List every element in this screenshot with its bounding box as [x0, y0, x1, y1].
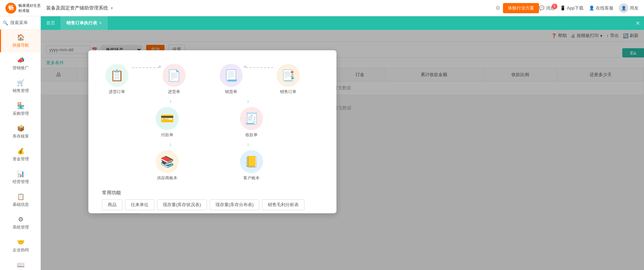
- inventory-icon: 📦: [17, 125, 24, 132]
- payment-circle: 💳: [156, 107, 179, 130]
- top-bar: 畅 畅康通好生意 标准版 装备及固定资产辅助管理系统 ▾ ⚙ 体验行业方案 💬 …: [0, 0, 644, 16]
- sidebar-item-enterprise[interactable]: 🤝 企业协同: [0, 234, 40, 257]
- cf-btn-stock-dist[interactable]: 现存量(库存分布表): [210, 199, 260, 210]
- tab-bar-close-btn[interactable]: ✕: [631, 20, 644, 26]
- arrow-down-pb: ↓: [159, 98, 182, 104]
- sales-bill-label: 销货单: [225, 89, 237, 95]
- customer-account-label: 客户账本: [243, 175, 260, 181]
- logo-text: 畅康通好生意 标准版: [18, 3, 41, 13]
- flow-node-receipt[interactable]: 🧾 收款单: [237, 104, 266, 141]
- basic-info-icon: 📋: [17, 193, 24, 200]
- finance-icon: 💰: [17, 147, 24, 155]
- payment-label: 付款单: [161, 132, 173, 138]
- flow-node-sales-bill[interactable]: 📃 销货单: [216, 60, 246, 98]
- receipt-label: 收款单: [245, 132, 258, 138]
- system-icon: ⚙: [18, 216, 23, 223]
- arrow-down-sb: ↓: [237, 98, 260, 104]
- logo-icon: 畅: [5, 3, 16, 14]
- receipt-circle: 🧾: [240, 107, 263, 130]
- tab-sales-order[interactable]: 销售订单执行表 ×: [61, 16, 107, 30]
- sidebar-item-newbie[interactable]: 📖 新手引导: [0, 257, 40, 270]
- purchase-icon: 🏪: [17, 102, 24, 109]
- purchase-order-label: 进货订单: [109, 89, 125, 95]
- flow-node-sales-order[interactable]: 📑 销售订单: [273, 60, 303, 98]
- flow-row-arrows2: ↓ ↓: [102, 141, 323, 147]
- flow-node-purchase-bill[interactable]: 📄 进货单: [159, 60, 189, 98]
- sidebar-item-marketing[interactable]: 📣 营销推广: [0, 52, 40, 75]
- operations-icon: 📊: [17, 170, 24, 178]
- home-icon: 🏠: [17, 34, 24, 41]
- content-area: 首页 销售订单执行表 × ✕ ❓ 帮助 🖨 按模板打印 ▾: [41, 16, 644, 270]
- search-icon: 🔍: [3, 20, 8, 25]
- user-area[interactable]: 👤 用友: [619, 3, 639, 13]
- marketing-icon: 📣: [17, 56, 24, 64]
- sales-bill-circle: 📃: [220, 64, 243, 87]
- flow-row-1: 📋 进货订单 📄: [102, 60, 323, 98]
- flow-row-arrows: ↓ ↓: [102, 98, 323, 104]
- flow-row-3: 📚 供应商账本 📒 客户账本: [102, 147, 323, 184]
- modal-overlay: 📋 进货订单 📄: [41, 30, 644, 270]
- logo-area: 畅 畅康通好生意 标准版: [5, 3, 46, 14]
- app-download-btn[interactable]: 📱 App下载: [560, 5, 584, 11]
- sales-icon: 🛒: [17, 79, 24, 87]
- tab-home[interactable]: 首页: [41, 16, 61, 30]
- tab-bar: 首页 销售订单执行表 × ✕: [41, 16, 644, 30]
- enterprise-icon: 🤝: [17, 238, 24, 246]
- online-service-btn[interactable]: 👤 在线客服: [589, 5, 613, 11]
- chevron-down-icon[interactable]: ▾: [111, 6, 113, 11]
- top-right: 💬 消息 6 📱 App下载 👤 在线客服 👤 用友: [539, 3, 639, 13]
- tab-close-icon[interactable]: ×: [99, 21, 102, 25]
- cf-btn-partner[interactable]: 往来单位: [125, 199, 154, 210]
- sidebar-item-system[interactable]: ⚙ 系统管理: [0, 212, 40, 234]
- purchase-order-circle: 📋: [105, 64, 128, 87]
- sales-order-circle: 📑: [277, 64, 300, 87]
- arrow-so-to-sb: [246, 60, 273, 68]
- settings-icon[interactable]: ⚙: [495, 5, 500, 11]
- flow-node-payment[interactable]: 💳 付款单: [152, 104, 182, 141]
- sidebar-item-purchase[interactable]: 🏪 采购管理: [0, 98, 40, 121]
- arrow-down-pay: ↓: [159, 141, 182, 147]
- purchase-bill-label: 进货单: [168, 89, 180, 95]
- avatar: 👤: [619, 3, 628, 13]
- supplier-account-circle: 📚: [156, 150, 179, 173]
- newbie-icon: 📖: [17, 261, 24, 269]
- arrow-po-to-pb: [132, 60, 159, 68]
- supplier-account-label: 供应商账本: [157, 175, 177, 181]
- cf-buttons-row1: 商品 往来单位 现存量(库存状况表) 现存量(库存分布表) 销售毛利分析表 商品…: [102, 199, 323, 213]
- modal-content: 📋 进货订单 📄: [88, 50, 336, 213]
- sidebar-search[interactable]: 🔍 搜索菜单: [0, 16, 40, 30]
- arrow-down-rec: ↓: [237, 141, 260, 147]
- message-btn[interactable]: 💬 消息 6: [539, 5, 555, 11]
- message-badge: 6: [552, 4, 557, 9]
- trial-btn[interactable]: 体验行业方案: [503, 3, 539, 13]
- sidebar-item-basic-info[interactable]: 📋 基础信息: [0, 189, 40, 212]
- sidebar-item-sales[interactable]: 🛒 销售管理: [0, 75, 40, 98]
- customer-account-circle: 📒: [240, 150, 263, 173]
- common-functions: 常用功能 商品 往来单位 现存量(库存状况表) 现存量(库存分布表) 销售毛利分…: [102, 190, 323, 213]
- system-title: 装备及固定资产辅助管理系统 ▾: [46, 5, 495, 11]
- main-layout: 🔍 搜索菜单 🏠 快捷导航 📣 营销推广 🛒 销售管理 🏪 采购管理 📦 库存核…: [0, 16, 644, 270]
- sidebar-item-operations[interactable]: 📊 经营管理: [0, 166, 40, 189]
- flow-row-2: 💳 付款单 🧾 收款单: [102, 104, 323, 141]
- sidebar-item-inventory[interactable]: 📦 库存核算: [0, 121, 40, 143]
- sidebar: 🔍 搜索菜单 🏠 快捷导航 📣 营销推广 🛒 销售管理 🏪 采购管理 📦 库存核…: [0, 16, 41, 270]
- sidebar-item-finance[interactable]: 💰 资金管理: [0, 143, 40, 166]
- cf-title: 常用功能: [102, 190, 323, 196]
- flow-node-purchase-order[interactable]: 📋 进货订单: [102, 60, 132, 98]
- cf-btn-product[interactable]: 商品: [102, 199, 122, 210]
- cf-btn-product-margin[interactable]: 商品毛利分析: [102, 213, 140, 213]
- cf-btn-sales-margin[interactable]: 销售毛利分析表: [262, 199, 304, 210]
- sidebar-item-quick-nav[interactable]: 🏠 快捷导航: [0, 30, 40, 52]
- flow-node-supplier-account[interactable]: 📚 供应商账本: [152, 147, 182, 184]
- flow-node-customer-account[interactable]: 📒 客户账本: [237, 147, 266, 184]
- cf-btn-stock-status[interactable]: 现存量(库存状况表): [157, 199, 207, 210]
- sales-order-label: 销售订单: [280, 89, 296, 95]
- flow-modal: 📋 进货订单 📄: [88, 50, 336, 213]
- page-content: ❓ 帮助 🖨 按模板打印 ▾ ↑ 导出 🔄 刷新: [41, 30, 644, 270]
- purchase-bill-circle: 📄: [162, 64, 186, 87]
